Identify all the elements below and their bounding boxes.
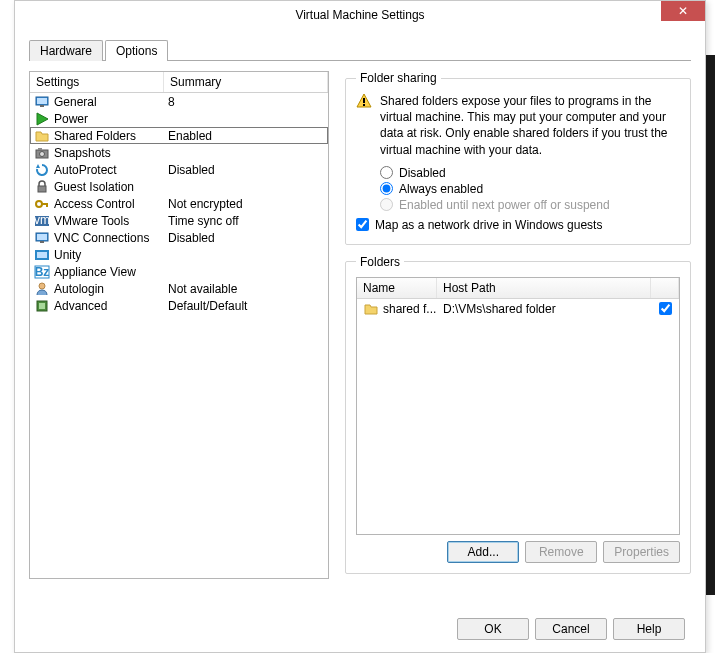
- ok-button[interactable]: OK: [457, 618, 529, 640]
- list-item[interactable]: Unity: [30, 246, 328, 263]
- list-item[interactable]: AutologinNot available: [30, 280, 328, 297]
- svg-rect-1: [37, 98, 47, 104]
- list-item[interactable]: General8: [30, 93, 328, 110]
- folders-col-name[interactable]: Name: [357, 278, 437, 298]
- list-item[interactable]: Snapshots: [30, 144, 328, 161]
- titlebar: Virtual Machine Settings ✕: [15, 1, 705, 29]
- radio-disabled-row[interactable]: Disabled: [380, 166, 680, 180]
- tab-strip: Hardware Options: [29, 39, 691, 61]
- list-item-label: Guest Isolation: [54, 180, 164, 194]
- svg-rect-23: [39, 303, 45, 309]
- radio-until-label: Enabled until next power off or suspend: [399, 198, 610, 212]
- monitor-icon: [34, 94, 50, 110]
- list-item-label: Unity: [54, 248, 164, 262]
- list-item-label: Snapshots: [54, 146, 164, 160]
- col-header-summary[interactable]: Summary: [164, 72, 328, 92]
- right-column: Folder sharing Shared folders expose you…: [345, 71, 691, 584]
- list-item-summary: Not available: [168, 282, 324, 296]
- svg-rect-15: [37, 234, 47, 240]
- col-header-settings[interactable]: Settings: [30, 72, 164, 92]
- options-list[interactable]: Settings Summary General8PowerShared Fol…: [29, 71, 329, 579]
- tab-hardware[interactable]: Hardware: [29, 40, 103, 61]
- tab-options[interactable]: Options: [105, 40, 168, 61]
- radio-disabled-label: Disabled: [399, 166, 446, 180]
- user-icon: [34, 281, 50, 297]
- close-button[interactable]: ✕: [661, 1, 705, 21]
- folder-checkbox[interactable]: [659, 302, 672, 315]
- dialog-title: Virtual Machine Settings: [295, 8, 424, 22]
- warning-text: Shared folders expose your files to prog…: [380, 93, 680, 158]
- dialog-body: Hardware Options Settings Summary Genera…: [15, 29, 705, 596]
- list-item-summary: Enabled: [168, 129, 324, 143]
- folder-check-cell[interactable]: [651, 299, 679, 318]
- unity-icon: [34, 247, 50, 263]
- svg-rect-26: [363, 104, 365, 106]
- list-item[interactable]: Power: [30, 110, 328, 127]
- folder-icon: [34, 128, 50, 144]
- radio-until-row: Enabled until next power off or suspend: [380, 198, 680, 212]
- folders-buttons: Add... Remove Properties: [356, 541, 680, 563]
- svg-rect-18: [37, 252, 47, 258]
- svg-marker-7: [36, 164, 40, 168]
- radio-always-row[interactable]: Always enabled: [380, 182, 680, 196]
- svg-text:Bz: Bz: [35, 265, 50, 279]
- help-button[interactable]: Help: [613, 618, 685, 640]
- list-item-label: VNC Connections: [54, 231, 164, 245]
- list-item[interactable]: Guest Isolation: [30, 178, 328, 195]
- list-item-label: Power: [54, 112, 164, 126]
- list-item[interactable]: AutoProtectDisabled: [30, 161, 328, 178]
- radio-always[interactable]: [380, 182, 393, 195]
- radio-always-label: Always enabled: [399, 182, 483, 196]
- list-item-summary: Default/Default: [168, 299, 324, 313]
- dialog-footer-buttons: OK Cancel Help: [457, 618, 685, 640]
- folders-body: shared f...D:\VMs\shared folder: [357, 299, 679, 319]
- list-item-label: Autologin: [54, 282, 164, 296]
- svg-marker-3: [37, 113, 48, 125]
- folder-icon: [363, 301, 379, 317]
- list-item[interactable]: VNC ConnectionsDisabled: [30, 229, 328, 246]
- list-item[interactable]: vmVMware ToolsTime sync off: [30, 212, 328, 229]
- bz-icon: Bz: [34, 264, 50, 280]
- folder-path-cell: D:\VMs\shared folder: [437, 302, 651, 316]
- list-item[interactable]: Access ControlNot encrypted: [30, 195, 328, 212]
- list-item[interactable]: BzAppliance View: [30, 263, 328, 280]
- key-icon: [34, 196, 50, 212]
- list-item[interactable]: Shared FoldersEnabled: [30, 127, 328, 144]
- camera-icon: [34, 145, 50, 161]
- list-item-label: VMware Tools: [54, 214, 164, 228]
- folders-list[interactable]: Name Host Path shared f...D:\VMs\shared …: [356, 277, 680, 535]
- folders-col-path[interactable]: Host Path: [437, 278, 651, 298]
- folder-row[interactable]: shared f...D:\VMs\shared folder: [357, 299, 679, 319]
- options-list-body: General8PowerShared FoldersEnabledSnapsh…: [30, 93, 328, 314]
- list-item-summary: Disabled: [168, 231, 324, 245]
- list-item-label: Appliance View: [54, 265, 164, 279]
- add-button[interactable]: Add...: [447, 541, 519, 563]
- settings-dialog: Virtual Machine Settings ✕ Hardware Opti…: [14, 0, 706, 653]
- properties-button: Properties: [603, 541, 680, 563]
- radio-until: [380, 198, 393, 211]
- monitor-icon: [34, 230, 50, 246]
- radio-disabled[interactable]: [380, 166, 393, 179]
- map-drive-checkbox[interactable]: [356, 218, 369, 231]
- list-item-label: Advanced: [54, 299, 164, 313]
- map-drive-label: Map as a network drive in Windows guests: [375, 218, 602, 232]
- remove-button: Remove: [525, 541, 597, 563]
- folder-name: shared f...: [383, 302, 436, 316]
- svg-rect-16: [40, 241, 44, 243]
- warning-icon: [356, 93, 372, 109]
- svg-point-5: [40, 151, 45, 156]
- cancel-button[interactable]: Cancel: [535, 618, 607, 640]
- list-item-summary: Disabled: [168, 163, 324, 177]
- folders-col-check[interactable]: [651, 278, 679, 298]
- folders-header: Name Host Path: [357, 278, 679, 299]
- svg-point-21: [39, 283, 45, 289]
- list-item-label: General: [54, 95, 164, 109]
- svg-rect-6: [38, 148, 42, 150]
- svg-rect-11: [46, 205, 48, 207]
- lock-icon: [34, 179, 50, 195]
- options-list-header: Settings Summary: [30, 72, 328, 93]
- map-drive-row[interactable]: Map as a network drive in Windows guests: [356, 218, 680, 232]
- list-item[interactable]: AdvancedDefault/Default: [30, 297, 328, 314]
- svg-rect-8: [38, 186, 46, 192]
- vmw-icon: vm: [34, 213, 50, 229]
